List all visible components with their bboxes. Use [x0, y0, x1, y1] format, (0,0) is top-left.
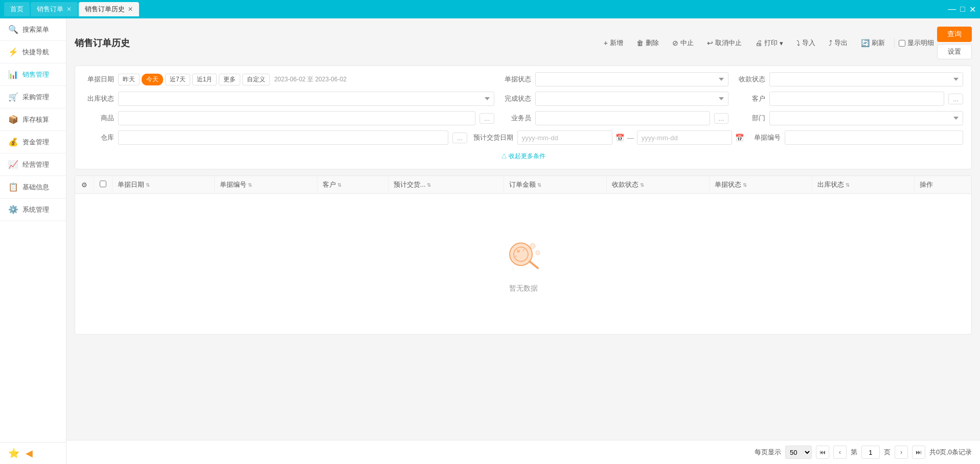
- export-icon: ⤴: [829, 39, 832, 47]
- delete-label: 删除: [646, 38, 659, 48]
- customer-ellipsis-btn[interactable]: ...: [948, 94, 963, 104]
- sidebar-item-purchase-mgmt[interactable]: 🛒 采购管理: [0, 86, 66, 108]
- empty-state-row: 暂无数据: [75, 194, 971, 335]
- filter-panel: 单据日期 昨天 今天 近7天 近1月 更多 自定义 2023-06-02 至 2…: [75, 65, 972, 169]
- refresh-button[interactable]: 🔄 刷新: [856, 36, 890, 50]
- th-checkbox[interactable]: [94, 176, 112, 194]
- order-no-input[interactable]: [785, 130, 963, 145]
- tab-sales-order[interactable]: 销售订单 ✕: [31, 2, 78, 16]
- department-select[interactable]: [769, 111, 963, 125]
- th-amount[interactable]: 订单金额 ⇅: [504, 176, 607, 194]
- th-order-status[interactable]: 单据状态 ⇅: [709, 176, 812, 194]
- print-arrow: ▾: [780, 39, 783, 47]
- calendar-start-icon[interactable]: 📅: [616, 134, 624, 142]
- product-input[interactable]: [118, 111, 475, 125]
- last-page-icon: ⏭: [916, 449, 922, 456]
- empty-text: 暂无数据: [509, 284, 538, 293]
- expected-delivery-start[interactable]: [517, 130, 612, 145]
- order-status-select[interactable]: [535, 72, 729, 86]
- sidebar-item-inventory[interactable]: 📦 库存核算: [0, 108, 66, 131]
- payment-status-select[interactable]: [769, 72, 963, 86]
- settings-icon[interactable]: ⚙: [81, 181, 87, 189]
- per-page-select[interactable]: 50 10 20 100: [785, 446, 812, 459]
- sort-expected-delivery-icon: ⇅: [427, 182, 431, 188]
- sidebar-item-operations[interactable]: 📈 经营管理: [0, 153, 66, 176]
- th-settings[interactable]: ⚙: [75, 176, 94, 194]
- th-delivery-status[interactable]: 出库状态 ⇅: [812, 176, 915, 194]
- display-detail-checkbox-label[interactable]: 显示明细: [899, 38, 934, 48]
- settings-button[interactable]: 设置: [937, 44, 972, 59]
- th-expected-delivery-label: 预计交货...: [394, 180, 426, 189]
- page-number-input[interactable]: [861, 446, 880, 459]
- query-button[interactable]: 查询: [937, 27, 972, 42]
- date-btn-custom[interactable]: 自定义: [242, 74, 270, 85]
- sidebar-item-sales-mgmt[interactable]: 📊 销售管理: [0, 63, 66, 86]
- sidebar-item-finance[interactable]: 💰 资金管理: [0, 131, 66, 153]
- main-layout: 🔍 搜索菜单 ⚡ 快捷导航 📊 销售管理 🛒 采购管理 📦 库存核算 💰 资金管…: [0, 18, 980, 464]
- close-icon[interactable]: ✕: [969, 5, 976, 14]
- date-btn-last7[interactable]: 近7天: [165, 74, 190, 85]
- date-btn-more[interactable]: 更多: [219, 74, 240, 85]
- th-operation: 操作: [915, 176, 971, 194]
- salesperson-input[interactable]: [535, 111, 710, 125]
- new-button[interactable]: + 新增: [599, 36, 628, 50]
- delivery-status-select[interactable]: [118, 92, 494, 106]
- product-label: 商品: [83, 114, 114, 123]
- display-detail-checkbox[interactable]: [899, 40, 905, 47]
- customer-input[interactable]: [769, 92, 944, 106]
- product-ellipsis-btn[interactable]: ...: [480, 113, 494, 124]
- table-container: ⚙ 单据日期 ⇅: [75, 175, 972, 335]
- tab-home[interactable]: 首页: [4, 2, 30, 16]
- print-icon: 🖨: [755, 39, 762, 47]
- minimize-icon[interactable]: —: [948, 5, 956, 14]
- salesperson-ellipsis-btn[interactable]: ...: [714, 113, 729, 124]
- tab-sales-order-history[interactable]: 销售订单历史 ✕: [79, 2, 139, 16]
- next-page-button[interactable]: ›: [895, 446, 908, 459]
- sidebar-item-quick-nav[interactable]: ⚡ 快捷导航: [0, 41, 66, 63]
- delete-button[interactable]: 🗑 删除: [631, 36, 664, 50]
- star-icon[interactable]: ⭐: [8, 448, 19, 459]
- import-button[interactable]: ⤵ 导入: [791, 36, 821, 50]
- sidebar-item-basic-info[interactable]: 📋 基础信息: [0, 176, 66, 198]
- th-payment-status[interactable]: 收款状态 ⇅: [607, 176, 710, 194]
- total-records: 共0页,0条记录: [929, 448, 972, 457]
- select-all-checkbox[interactable]: [100, 181, 106, 187]
- date-btn-today[interactable]: 今天: [142, 74, 163, 85]
- maximize-icon[interactable]: □: [960, 5, 965, 14]
- date-btn-last1m[interactable]: 近1月: [192, 74, 217, 85]
- page-label: 页: [884, 448, 891, 457]
- prev-page-button[interactable]: ‹: [833, 446, 847, 459]
- pagination: 每页显示 50 10 20 100 ⏮ ‹ 第 页 › ⏭ 共0页,0条记录: [66, 440, 980, 464]
- date-btn-yesterday[interactable]: 昨天: [118, 74, 140, 85]
- th-customer[interactable]: 客户 ⇅: [317, 176, 389, 194]
- first-page-button[interactable]: ⏮: [816, 446, 829, 459]
- sidebar-item-search-menu[interactable]: 🔍 搜索菜单: [0, 18, 66, 41]
- th-date[interactable]: 单据日期 ⇅: [112, 176, 215, 194]
- collapse-filter-btn[interactable]: △ 收起更多条件: [83, 150, 963, 163]
- th-expected-delivery[interactable]: 预计交货... ⇅: [388, 176, 504, 194]
- action-buttons: 查询 设置: [937, 27, 972, 59]
- sidebar-item-finance-label: 资金管理: [22, 138, 49, 147]
- display-detail-label: 显示明细: [907, 38, 934, 48]
- warehouse-input[interactable]: [118, 130, 448, 145]
- tab-sales-order-history-close[interactable]: ✕: [128, 6, 133, 13]
- sidebar-item-system-mgmt[interactable]: ⚙️ 系统管理: [0, 198, 66, 221]
- print-button[interactable]: 🖨 打印 ▾: [750, 36, 788, 50]
- new-label: 新增: [610, 38, 623, 48]
- filter-row-4: 仓库 ... 预计交货日期 📅 — 📅: [83, 130, 963, 145]
- th-order-no[interactable]: 单据编号 ⇅: [215, 176, 317, 194]
- calendar-end-icon[interactable]: 📅: [735, 134, 744, 142]
- collapse-sidebar-icon[interactable]: ◀: [26, 448, 33, 459]
- cancel-stop-button[interactable]: ↩ 取消中止: [702, 36, 747, 50]
- sidebar-item-quick-nav-label: 快捷导航: [22, 48, 49, 57]
- stop-button[interactable]: ⊘ 中止: [667, 36, 699, 50]
- tab-sales-order-label: 销售订单: [37, 5, 63, 14]
- page-content: 销售订单历史 + 新增 🗑 删除 ⊘ 中止 ↩: [66, 18, 980, 440]
- last-page-button[interactable]: ⏭: [912, 446, 925, 459]
- warehouse-ellipsis-btn[interactable]: ...: [452, 132, 467, 143]
- export-button[interactable]: ⤴ 导出: [824, 36, 853, 50]
- tab-sales-order-close[interactable]: ✕: [66, 6, 72, 13]
- expected-delivery-end[interactable]: [637, 130, 732, 145]
- svg-point-4: [522, 249, 525, 251]
- complete-status-select[interactable]: [535, 92, 729, 106]
